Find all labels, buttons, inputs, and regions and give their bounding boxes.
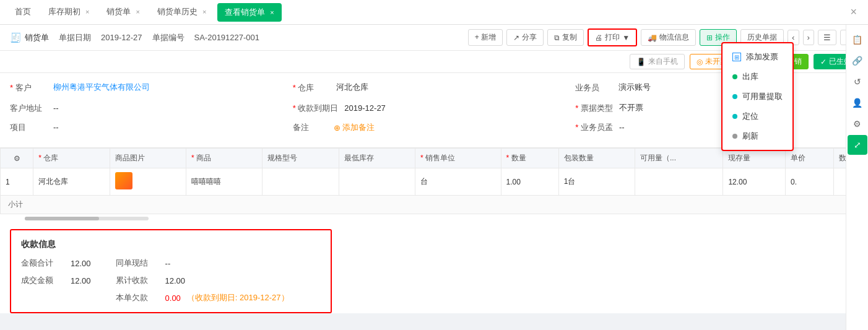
owe-label: 本单欠款 [116, 292, 159, 303]
dropdown-outbound[interactable]: 出库 [723, 67, 792, 87]
outbound-dot-icon [732, 74, 737, 79]
locate-dot-icon [732, 114, 737, 119]
invoice-label: 票据类型 [575, 103, 613, 114]
staff-label: 业务员 [575, 82, 612, 93]
outbound-label: 出库 [742, 71, 758, 82]
payment-info-section: 收款信息 金额合计 12.00 成交金额 12.00 同单现结 -- 累计收款 [10, 229, 332, 313]
sales-person-label: 业务员孟 [575, 122, 613, 133]
new-button[interactable]: + 新增 [468, 29, 503, 46]
tab-view-close[interactable]: × [270, 9, 274, 16]
doc-type-badge: 🧾 销货单 [10, 32, 49, 43]
cumulative-label: 累计收款 [116, 275, 159, 286]
add-note-button[interactable]: ⊕ 添加备注 [334, 122, 375, 133]
tab-sales-order[interactable]: 销货单 × [98, 0, 148, 25]
th-pack-qty: 包装数量 [558, 149, 635, 168]
operate-dropdown: ⊞ 添加发票 出库 可用量提取 定位 刷新 [721, 42, 794, 151]
invoice-value: 不开票 [617, 101, 646, 115]
address-value: -- [51, 102, 61, 115]
ticket-icon: ◎ [697, 58, 703, 66]
table-row: 1 河北仓库 嘻嘻嘻嘻 台 1.00 1台 12.00 0. [1, 168, 868, 196]
refresh-label: 刷新 [742, 131, 758, 142]
sidebar-icon-user[interactable]: 👤 [848, 93, 867, 113]
sidebar-icon-link[interactable]: 🔗 [848, 51, 867, 71]
tab-history-close[interactable]: × [202, 8, 206, 15]
warehouse-value: 河北仓库 [334, 80, 371, 95]
th-spec: 规格型号 [263, 149, 339, 168]
th-current-stock: 现存量 [723, 149, 786, 168]
from-phone-btn[interactable]: 📱 来自手机 [630, 54, 685, 69]
tab-sales-history[interactable]: 销货单历史 × [149, 0, 215, 25]
row-min-stock [339, 168, 415, 196]
cumulative-item: 累计收款 12.00 [116, 275, 289, 286]
grid-icon: ⊞ [706, 33, 713, 42]
payment-col-right: 同单现结 -- 累计收款 12.00 本单欠款 0.00 （收款到期日: 201… [116, 258, 289, 303]
payment-date-label: 收款到期日 [293, 103, 339, 114]
tab-sales-label: 销货单 [106, 6, 131, 17]
th-warehouse: 仓库 [33, 149, 110, 168]
toolbar-left: 🧾 销货单 单据日期 2019-12-27 单据编号 SA-20191227-0… [10, 32, 462, 43]
total-amount-item: 金额合计 12.00 [21, 258, 91, 269]
tab-home[interactable]: 首页 [6, 0, 40, 25]
tab-view-sales[interactable]: 查看销货单 × [217, 3, 281, 22]
right-sidebar: 📋 🔗 ↺ 👤 ⚙ ⤢ [846, 25, 868, 319]
row-current-stock: 12.00 [723, 168, 786, 196]
tab-inventory-close[interactable]: × [85, 8, 89, 15]
product-table: ⚙ 仓库 商品图片 商品 规格型号 最低库存 销售单位 数量 包装数量 可用量（… [0, 148, 868, 214]
row-pack-qty: 1台 [558, 168, 635, 196]
dropdown-locate[interactable]: 定位 [723, 106, 792, 126]
payment-col-left: 金额合计 12.00 成交金额 12.00 [21, 258, 91, 303]
locate-label: 定位 [742, 111, 758, 122]
project-field: 项目 -- [10, 121, 293, 134]
th-min-stock: 最低库存 [339, 149, 415, 168]
copy-icon: ⧉ [554, 33, 560, 42]
owe-value: 0.00 [165, 293, 181, 303]
project-value: -- [51, 121, 61, 134]
warehouse-label: 仓库 [293, 82, 330, 93]
row-available [635, 168, 723, 196]
product-table-container: ⚙ 仓库 商品图片 商品 规格型号 最低库存 销售单位 数量 包装数量 可用量（… [0, 147, 868, 223]
close-window-button[interactable]: × [845, 6, 862, 19]
plus-icon: ⊕ [334, 123, 341, 132]
th-unit: 销售单位 [415, 149, 501, 168]
th-qty: 数量 [501, 149, 558, 168]
copy-button[interactable]: ⧉ 复制 [547, 29, 584, 46]
row-warehouse: 河北仓库 [33, 168, 110, 196]
th-unit-price: 单价 [786, 149, 834, 168]
doc-info: 单据日期 2019-12-27 单据编号 SA-20191227-001 [59, 32, 259, 43]
project-label: 项目 [10, 122, 47, 133]
deal-label: 成交金额 [21, 275, 64, 286]
next-button[interactable]: › [803, 30, 814, 45]
dropdown-available-extract[interactable]: 可用量提取 [723, 87, 792, 106]
th-settings[interactable]: ⚙ [1, 149, 33, 168]
tab-home-label: 首页 [15, 6, 31, 17]
tab-inventory-label: 库存期初 [48, 6, 80, 17]
same-order-item: 同单现结 -- [116, 258, 289, 269]
owe-note: （收款到期日: 2019-12-27） [187, 292, 289, 303]
customer-value[interactable]: 柳州粤港平安气体有限公司 [51, 80, 152, 95]
sidebar-icon-list[interactable]: 📋 [848, 30, 867, 50]
dropdown-refresh[interactable]: 刷新 [723, 126, 792, 146]
extract-dot-icon [732, 94, 737, 99]
sidebar-icon-expand[interactable]: ⤢ [848, 135, 867, 155]
no-label: 单据编号 [152, 32, 184, 43]
remark-field: 备注 ⊕ 添加备注 [293, 122, 576, 133]
dropdown-add-invoice[interactable]: ⊞ 添加发票 [723, 47, 792, 67]
total-label: 金额合计 [21, 258, 64, 269]
subtotal-row: 小计 [1, 196, 868, 214]
share-button[interactable]: ↗ 分享 [506, 29, 544, 46]
customer-field: 客户 柳州粤港平安气体有限公司 [10, 80, 293, 95]
deal-value: 12.00 [71, 276, 91, 285]
tab-sales-close[interactable]: × [136, 8, 139, 15]
sidebar-icon-settings[interactable]: ⚙ [848, 114, 867, 134]
invoice-icon: ⊞ [732, 53, 741, 61]
extract-label: 可用量提取 [742, 91, 783, 102]
logistics-button[interactable]: 🚚 物流信息 [641, 29, 696, 46]
remark-label: 备注 [293, 122, 330, 133]
list-view-button[interactable]: ☰ [818, 30, 836, 45]
row-spec [263, 168, 339, 196]
tab-inventory-init[interactable]: 库存期初 × [40, 0, 98, 25]
sidebar-icon-rotate[interactable]: ↺ [848, 72, 867, 92]
add-invoice-label: 添加发票 [746, 51, 778, 63]
print-button[interactable]: 🖨 打印 ▼ [588, 28, 637, 46]
deal-amount-item: 成交金额 12.00 [21, 275, 91, 286]
